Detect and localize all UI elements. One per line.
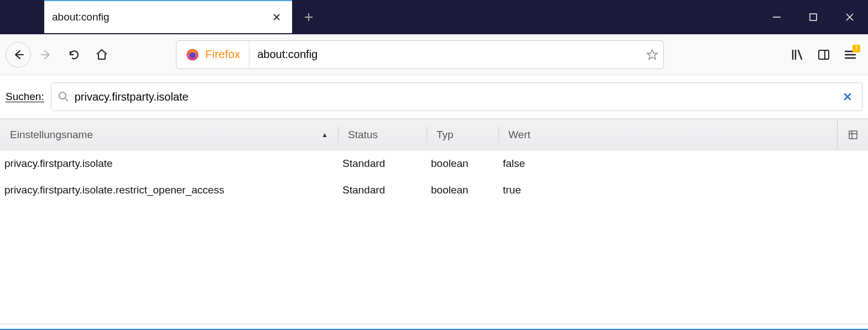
cell-type: boolean	[427, 184, 498, 196]
search-label: Suchen:	[6, 91, 44, 103]
cell-name: privacy.firstparty.isolate	[0, 158, 338, 170]
close-icon	[272, 13, 281, 22]
library-button[interactable]	[785, 43, 809, 67]
column-header-value[interactable]: Wert	[498, 119, 837, 150]
tab-title: about:config	[52, 11, 269, 23]
close-icon	[843, 92, 852, 101]
column-header-status[interactable]: Status	[338, 119, 427, 150]
prefs-table: Einstellungsname ▲ Status Typ Wert priva…	[0, 118, 868, 203]
svg-rect-3	[819, 50, 829, 59]
maximize-icon	[809, 13, 818, 22]
window-controls	[758, 0, 868, 34]
home-button[interactable]	[90, 43, 114, 67]
bookmark-button[interactable]	[641, 49, 663, 61]
sidebar-button[interactable]	[812, 43, 836, 67]
svg-rect-6	[849, 131, 857, 139]
sidebar-icon	[817, 48, 830, 61]
nav-toolbar: Firefox !	[0, 34, 868, 75]
new-tab-button[interactable]	[292, 0, 325, 34]
titlebar: about:config	[0, 0, 868, 34]
column-picker-icon	[848, 130, 858, 140]
notification-badge-icon: !	[853, 45, 860, 53]
table-row[interactable]: privacy.firstparty.isolate.restrict_open…	[0, 177, 868, 203]
cell-type: boolean	[427, 158, 498, 170]
svg-point-2	[189, 52, 195, 58]
table-body: privacy.firstparty.isolateStandardboolea…	[0, 150, 868, 203]
tab-spacer	[0, 0, 44, 34]
column-header-label: Wert	[508, 129, 531, 141]
column-picker-button[interactable]	[837, 119, 868, 150]
app-menu-button[interactable]: !	[838, 43, 862, 67]
table-row[interactable]: privacy.firstparty.isolateStandardboolea…	[0, 150, 868, 177]
star-icon	[646, 49, 658, 61]
column-header-type[interactable]: Typ	[427, 119, 498, 150]
close-window-button[interactable]	[831, 0, 868, 34]
browser-tab[interactable]: about:config	[44, 0, 292, 33]
cell-value: false	[498, 158, 868, 170]
table-header: Einstellungsname ▲ Status Typ Wert	[0, 119, 868, 150]
url-input[interactable]	[250, 41, 641, 69]
config-search-row: Suchen:	[0, 75, 868, 118]
column-header-label: Status	[348, 129, 378, 141]
library-icon	[791, 48, 804, 61]
plus-icon	[303, 12, 314, 23]
forward-button[interactable]	[34, 43, 59, 67]
identity-label: Firefox	[205, 48, 240, 61]
close-icon	[845, 12, 855, 22]
cell-status: Standard	[338, 158, 427, 170]
column-header-label: Einstellungsname	[10, 129, 93, 141]
column-header-name[interactable]: Einstellungsname ▲	[0, 119, 338, 150]
config-search-box[interactable]	[51, 82, 862, 111]
reload-icon	[68, 49, 80, 61]
toolbar-right: !	[785, 43, 862, 67]
clear-search-button[interactable]	[840, 92, 855, 101]
arrow-right-icon	[40, 49, 53, 61]
cell-value: true	[498, 184, 868, 196]
divider	[0, 323, 868, 324]
reload-button[interactable]	[62, 43, 86, 67]
cell-name: privacy.firstparty.isolate.restrict_open…	[0, 184, 338, 196]
minimize-icon	[772, 12, 782, 22]
svg-point-5	[59, 92, 66, 99]
arrow-left-icon	[12, 49, 24, 61]
column-header-label: Typ	[436, 129, 454, 141]
firefox-icon	[185, 48, 200, 62]
maximize-button[interactable]	[795, 0, 831, 34]
back-button[interactable]	[6, 42, 31, 67]
close-tab-button[interactable]	[269, 9, 284, 25]
home-icon	[95, 48, 108, 61]
cell-status: Standard	[338, 184, 427, 196]
config-search-input[interactable]	[75, 91, 840, 103]
sort-asc-icon: ▲	[321, 131, 328, 139]
svg-rect-0	[810, 14, 817, 20]
identity-box[interactable]: Firefox	[176, 41, 250, 69]
minimize-button[interactable]	[758, 0, 795, 34]
search-icon	[58, 91, 69, 102]
url-bar[interactable]: Firefox	[176, 40, 664, 69]
